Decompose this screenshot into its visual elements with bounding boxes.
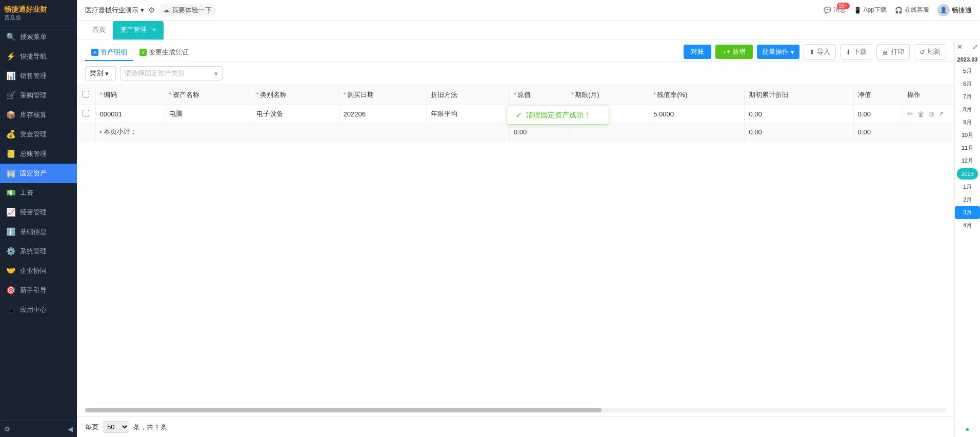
print-button[interactable]: 🖨 打印 (876, 44, 910, 59)
col-original-value: *原值 (509, 85, 567, 105)
subtotal-empty2 (649, 123, 745, 141)
collapse-icon[interactable]: ◀ (68, 425, 73, 433)
rs-month-7[interactable]: 7月 (955, 90, 980, 103)
rs-month-11[interactable]: 11月 (955, 142, 980, 154)
edit-icon[interactable]: ✏ (907, 110, 913, 118)
subtotal-row: ▪ 本页小计： 0.00 0.00 0.00 (77, 123, 954, 141)
rs-header: ✕ ⤢ (955, 40, 980, 54)
delete-icon[interactable]: 🗑 (917, 110, 925, 118)
sub-tab-asset-detail[interactable]: A 资产明细 (85, 45, 133, 61)
total-label: 条，共 1 条 (133, 423, 167, 432)
select-all-checkbox[interactable] (83, 91, 89, 97)
row-checkbox[interactable] (83, 110, 89, 116)
download-button[interactable]: ⬇ 下载 (840, 44, 872, 59)
rs-month-3-active[interactable]: 3月 (955, 206, 980, 219)
refresh-button[interactable]: ↺ 刷新 (914, 44, 946, 59)
sidebar-item-system[interactable]: ⚙️ 系统管理 (0, 242, 77, 261)
batch-label: 批量操作 (762, 47, 789, 56)
copy-icon[interactable]: ⧉ (929, 110, 934, 118)
rs-month-2[interactable]: 2月 (955, 193, 980, 206)
sidebar-item-label: 资金管理 (20, 130, 47, 139)
sidebar-bottom: ⚙ ◀ (0, 421, 77, 437)
rs-month-8[interactable]: 8月 (955, 103, 980, 116)
system-icon: ⚙️ (6, 247, 16, 256)
chevron-down-icon: ▾ (141, 6, 144, 14)
page-size-select[interactable]: 50 100 200 (103, 421, 129, 433)
rs-month-10[interactable]: 10月 (955, 129, 980, 142)
topbar: 医疗器械行业演示 ▾ ⚙ ☁ 我要体验一下 💬 消息 99+ 📱 App下载 🎧… (77, 0, 980, 21)
settings-button[interactable]: ⚙ (148, 6, 155, 15)
horizontal-scrollbar[interactable] (85, 408, 946, 412)
sidebar-item-quick-nav[interactable]: ⚡ 快捷导航 (0, 47, 77, 66)
avatar: 👤 (937, 4, 950, 16)
sidebar-item-fund[interactable]: 💰 资金管理 (0, 125, 77, 144)
online-service-btn[interactable]: 🎧 在线客服 (895, 6, 929, 14)
tab-home[interactable]: 首页 (85, 21, 113, 39)
payroll-icon: 💵 (6, 188, 16, 197)
import-button[interactable]: ⬆ 导入 (804, 44, 836, 59)
rs-close-icon[interactable]: ✕ (957, 43, 963, 51)
asset-detail-icon: A (91, 49, 98, 56)
experience-btn[interactable]: ☁ 我要体验一下 (159, 4, 216, 16)
more-icon[interactable]: ↗ (938, 110, 944, 118)
col-action: 操作 (903, 85, 954, 105)
rs-month-5[interactable]: 5月 (955, 65, 980, 77)
col-check (77, 85, 95, 105)
sidebar-item-app-center[interactable]: 📱 应用中心 (0, 300, 77, 320)
sub-tab-change-voucher[interactable]: V 变更生成凭证 (133, 45, 195, 61)
message-badge: 99+ (837, 3, 850, 9)
pagination-bar: 每页 50 100 200 条，共 1 条 (77, 416, 954, 437)
sidebar-item-search[interactable]: 🔍 搜索菜单 (0, 27, 77, 47)
cell-action: ✏ 🗑 ⧉ ↗ (903, 105, 954, 123)
settings-icon[interactable]: ⚙ (4, 425, 10, 433)
plus-icon: + (723, 48, 727, 56)
sidebar: 畅捷通好业财 普及版 🔍 搜索菜单 ⚡ 快捷导航 📊 销售管理 🛒 采购管理 📦… (0, 0, 77, 437)
company-selector[interactable]: 医疗器械行业演示 ▾ (85, 6, 144, 15)
sidebar-item-management[interactable]: 📈 经营管理 (0, 203, 77, 222)
rs-expand-icon[interactable]: ⤢ (972, 43, 978, 51)
sidebar-item-fixed-asset[interactable]: 🏢 固定资产 (0, 164, 77, 183)
sidebar-item-guide[interactable]: 🎯 新手引导 (0, 281, 77, 300)
message-btn[interactable]: 💬 消息 99+ (824, 6, 846, 14)
page-content: A 资产明细 V 变更生成凭证 对账 + + 新增 批量操作 (77, 40, 980, 437)
chevron-down-icon: ▾ (791, 48, 794, 56)
app-download-btn[interactable]: 📱 App下载 (854, 6, 887, 14)
user-menu[interactable]: 👤 畅捷通 (937, 4, 972, 16)
sidebar-item-label: 企业协同 (20, 266, 47, 275)
category-select[interactable]: 类别 ▾ (85, 66, 116, 81)
sidebar-item-enterprise[interactable]: 🤝 企业协同 (0, 261, 77, 281)
chevron-down-icon: ▾ (105, 70, 109, 77)
cell-residual-rate: 5.0000 (649, 105, 745, 123)
tab-close-icon[interactable]: ✕ (152, 27, 156, 33)
batch-ops-button[interactable]: 批量操作 ▾ (757, 45, 799, 59)
category-input[interactable]: 请选择固定资产类别 ▾ (120, 66, 223, 81)
rs-month-4[interactable]: 4月 (955, 219, 980, 232)
cell-init-accum-dep: 0.00 (745, 105, 853, 123)
right-sidebar: ✕ ⤢ 2023.03 5月 6月 7月 8月 9月 10月 11月 12月 2… (954, 40, 980, 437)
sidebar-item-label: 系统管理 (20, 247, 47, 256)
sidebar-item-purchase[interactable]: 🛒 采购管理 (0, 86, 77, 105)
rs-month-9[interactable]: 9月 (955, 116, 980, 129)
reconcile-button[interactable]: 对账 (684, 45, 711, 59)
sidebar-item-label: 应用中心 (20, 305, 47, 314)
rs-year-badge[interactable]: 2023 (957, 168, 978, 180)
sidebar-item-sales[interactable]: 📊 销售管理 (0, 66, 77, 86)
rs-month-6[interactable]: 6月 (955, 77, 980, 90)
rs-year-label: 2023.03 (956, 54, 979, 65)
rs-month-12[interactable]: 12月 (955, 154, 980, 167)
rs-dot-btn[interactable]: ● (962, 421, 974, 437)
cell-net-value: 0.00 (853, 105, 903, 123)
tab-asset-mgmt[interactable]: 资产管理 ✕ (113, 21, 164, 39)
sidebar-item-payroll[interactable]: 💵 工资 (0, 183, 77, 203)
sidebar-item-label: 总账管理 (20, 149, 47, 158)
table-wrapper: *编码 *资产名称 *类别名称 *购买日期 折旧方法 *原值 *期限(月) *残… (77, 85, 954, 404)
add-new-button[interactable]: + + 新增 (715, 45, 753, 59)
inventory-icon: 📦 (6, 110, 16, 120)
col-code: *编码 (95, 85, 165, 105)
sidebar-item-basic-info[interactable]: ℹ️ 基础信息 (0, 222, 77, 242)
sidebar-item-ledger[interactable]: 📒 总账管理 (0, 144, 77, 164)
sidebar-item-inventory[interactable]: 📦 库存核算 (0, 105, 77, 125)
rs-month-1[interactable]: 1月 (955, 181, 980, 193)
col-category: *类别名称 (252, 85, 339, 105)
sidebar-item-label: 固定资产 (20, 169, 47, 178)
